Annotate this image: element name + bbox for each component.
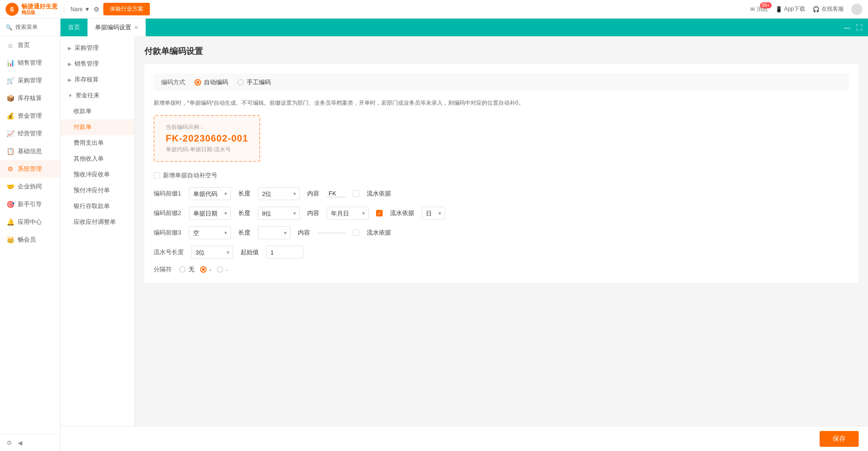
sep-dot2-radio[interactable]: · bbox=[217, 266, 228, 273]
prefix1-length-select[interactable]: 2位 bbox=[258, 187, 300, 200]
prefix1-select[interactable]: 单据代码 bbox=[189, 187, 231, 200]
sidebar-item-business[interactable]: 📈 经营管理 bbox=[0, 125, 60, 142]
finance-icon: 💰 bbox=[7, 112, 14, 120]
app-download-button[interactable]: 📱 App下载 bbox=[775, 5, 805, 13]
info-text: 新增单据时，*单据编码*自动生成、不可编辑。前缀设置为部门、业务员等档案类，开单… bbox=[154, 99, 849, 108]
menu-group-purchase-label: 采购管理 bbox=[74, 44, 99, 52]
prefix2-content-select[interactable]: 年月日 bbox=[327, 207, 369, 220]
sidebar-item-app-center[interactable]: 🔔 应用中心 bbox=[0, 213, 60, 231]
sep-none-radio-btn bbox=[179, 266, 186, 273]
settings-bottom-icon[interactable]: ⚙ bbox=[7, 439, 12, 446]
tab-close-icon[interactable]: ✕ bbox=[134, 25, 138, 31]
prefix2-date-unit-wrapper: 日 ▼ bbox=[422, 207, 445, 220]
menu-group-sales-label: 销售管理 bbox=[74, 60, 99, 68]
sep-none-radio[interactable]: 无 bbox=[179, 265, 195, 274]
base-info-icon: 📋 bbox=[7, 148, 14, 155]
prefix3-select[interactable]: 空 bbox=[189, 226, 231, 239]
sidebar-item-purchase[interactable]: 🛒 采购管理 bbox=[0, 72, 60, 89]
menu-item-advance-offset[interactable]: 预付冲应付单 bbox=[61, 182, 135, 198]
sep-dot2-radio-btn bbox=[217, 266, 223, 273]
left-menu: ▶ 采购管理 ▶ 销售管理 ▶ 库存核算 bbox=[61, 36, 135, 426]
prefix2-watermark-checkbox[interactable]: ✓ bbox=[376, 210, 383, 216]
save-button[interactable]: 保存 bbox=[820, 431, 859, 447]
sidebar-item-home[interactable]: ⌂ 首页 bbox=[0, 36, 60, 54]
manual-encoding-radio[interactable]: 手工编码 bbox=[237, 78, 271, 87]
collapse-icon[interactable]: ◀ bbox=[18, 439, 22, 446]
prefix1-length-wrapper: 2位 ▼ bbox=[258, 187, 300, 200]
menu-group-capital-header[interactable]: ▼ 资金往来 bbox=[61, 88, 135, 103]
chevron-right-icon-3: ▶ bbox=[68, 77, 72, 82]
menu-item-receipt[interactable]: 收款单 bbox=[61, 103, 135, 119]
sep-dot2-label: · bbox=[226, 266, 228, 273]
menu-group-purchase-header[interactable]: ▶ 采购管理 bbox=[61, 40, 135, 56]
menu-item-expense[interactable]: 费用支出单 bbox=[61, 135, 135, 151]
sidebar-item-finance-label: 资金管理 bbox=[18, 112, 42, 120]
message-button[interactable]: ✉ 消息 99+ bbox=[750, 5, 768, 13]
footer-bar: 保存 bbox=[61, 426, 868, 451]
prefix2-label: 编码前缀2 bbox=[154, 209, 182, 217]
chevron-right-icon-2: ▶ bbox=[68, 61, 72, 67]
sidebar-item-vip[interactable]: 👑 畅会员 bbox=[0, 231, 60, 249]
sidebar-item-vip-label: 畅会员 bbox=[18, 236, 36, 244]
menu-item-bank[interactable]: 银行存取款单 bbox=[61, 198, 135, 214]
tab-bar: 首页 单据编码设置 ✕ — ⛶ bbox=[61, 19, 868, 36]
menu-item-prepayment-offset[interactable]: 预收冲应收单 bbox=[61, 167, 135, 182]
sidebar-item-base-info[interactable]: 📋 基础信息 bbox=[0, 142, 60, 160]
message-badge: 99+ bbox=[760, 2, 772, 8]
auto-fill-checkbox[interactable] bbox=[154, 172, 160, 179]
menu-group-purchase: ▶ 采购管理 bbox=[61, 40, 135, 56]
company-name: Nare bbox=[70, 6, 82, 13]
manual-encoding-label: 手工编码 bbox=[247, 78, 271, 87]
brand-name: 畅捷通好生意 bbox=[21, 3, 58, 10]
search-menu-label: 搜索菜单 bbox=[15, 23, 38, 31]
separator-label: 分隔符 bbox=[154, 265, 172, 274]
brand-sub: 精品版 bbox=[21, 10, 58, 15]
sidebar-nav: ⌂ 首页 📊 销售管理 🛒 采购管理 📦 库存核算 💰 资金管理 📈 经营 bbox=[0, 36, 60, 434]
prefix3-label: 编码前缀3 bbox=[154, 229, 182, 237]
online-service-button[interactable]: 🎧 在线客服 bbox=[813, 5, 844, 13]
sidebar-item-inventory[interactable]: 📦 库存核算 bbox=[0, 89, 60, 107]
page-title: 付款单编码设置 bbox=[144, 46, 859, 57]
menu-item-other-income[interactable]: 其他收入单 bbox=[61, 151, 135, 167]
menu-item-payment[interactable]: 付款单 bbox=[61, 119, 135, 135]
menu-group-sales-header[interactable]: ▶ 销售管理 bbox=[61, 56, 135, 72]
sidebar-item-finance[interactable]: 💰 资金管理 bbox=[0, 107, 60, 125]
enterprise-icon: 🤝 bbox=[7, 183, 14, 190]
form-row-prefix2: 编码前缀2 单据日期 ▼ 长度 8位 ▼ bbox=[154, 207, 849, 220]
tab-encode-settings-label: 单据编码设置 bbox=[95, 23, 131, 32]
tab-home[interactable]: 首页 bbox=[61, 19, 87, 36]
prefix2-select[interactable]: 单据日期 bbox=[189, 207, 231, 220]
tab-maximize-button[interactable]: ⛶ bbox=[854, 22, 864, 33]
encoding-mode-section: 编码方式 自动编码 手工编码 bbox=[154, 74, 849, 91]
sep-dot1-radio[interactable]: - bbox=[200, 266, 211, 273]
prefix2-watermark-label: 流水依据 bbox=[390, 209, 414, 217]
auto-fill-checkbox-row: 新增单据自动补空号 bbox=[154, 171, 849, 180]
sidebar-item-guide[interactable]: 🎯 新手引导 bbox=[0, 195, 60, 213]
sidebar-item-system[interactable]: ⚙ 系统管理 bbox=[0, 160, 60, 178]
search-menu-button[interactable]: 🔍 搜索菜单 bbox=[0, 19, 60, 36]
menu-group-inventory-header[interactable]: ▶ 库存核算 bbox=[61, 72, 135, 88]
menu-group-sales: ▶ 销售管理 bbox=[61, 56, 135, 72]
menu-item-adjust[interactable]: 应收应付调整单 bbox=[61, 214, 135, 230]
experience-button[interactable]: 体验行业方案 bbox=[103, 3, 150, 15]
sidebar-item-enterprise[interactable]: 🤝 企业协同 bbox=[0, 178, 60, 195]
separator-row: 分隔符 无 - · bbox=[154, 265, 849, 274]
gear-icon[interactable]: ⚙ bbox=[94, 6, 100, 13]
auto-encoding-radio[interactable]: 自动编码 bbox=[195, 78, 228, 87]
company-select[interactable]: Nare ▼ bbox=[70, 6, 90, 13]
online-service-label: 在线客服 bbox=[821, 5, 844, 13]
prefix1-watermark-checkbox[interactable] bbox=[353, 190, 359, 197]
tab-encode-settings[interactable]: 单据编码设置 ✕ bbox=[87, 19, 146, 36]
tab-home-label: 首页 bbox=[68, 23, 80, 32]
serial-start-input[interactable] bbox=[266, 246, 303, 259]
tab-minimize-button[interactable]: — bbox=[842, 22, 852, 33]
prefix3-watermark-checkbox[interactable] bbox=[353, 229, 359, 236]
sidebar-item-inventory-label: 库存核算 bbox=[18, 94, 42, 102]
user-avatar[interactable] bbox=[851, 4, 862, 15]
prefix3-length-select[interactable] bbox=[258, 226, 290, 239]
serial-length-select[interactable]: 3位 bbox=[191, 246, 233, 259]
prefix2-length-select[interactable]: 8位 bbox=[258, 207, 300, 220]
main-layout: 🔍 搜索菜单 ⌂ 首页 📊 销售管理 🛒 采购管理 📦 库存核算 💰 资 bbox=[0, 19, 868, 451]
sidebar-item-sales[interactable]: 📊 销售管理 bbox=[0, 54, 60, 72]
prefix2-date-unit-select[interactable]: 日 bbox=[422, 207, 445, 220]
